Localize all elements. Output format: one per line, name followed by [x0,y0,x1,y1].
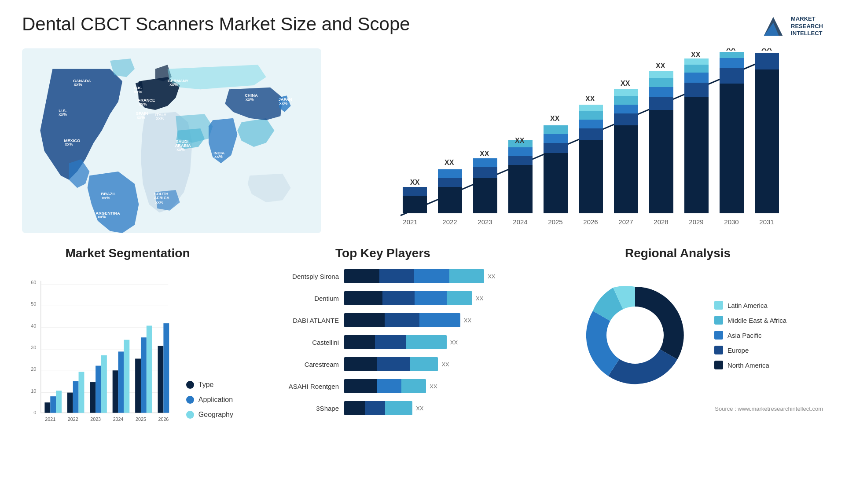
svg-rect-37 [403,196,427,213]
players-list: Dentsply Sirona XX Dentium [251,269,515,415]
svg-text:XX: XX [726,48,736,52]
header: Dental CBCT Scanners Market Size and Sco… [22,13,823,40]
svg-rect-56 [579,111,603,120]
svg-rect-77 [755,69,779,213]
svg-rect-53 [579,140,603,213]
legend-north-america: North America [714,361,786,369]
svg-rect-73 [720,84,744,213]
svg-rect-125 [113,370,118,413]
regional-chart: Latin America Middle East & Africa Asia … [533,269,823,401]
logo-icon [760,13,786,40]
svg-rect-74 [720,68,744,84]
svg-text:40: 40 [31,323,36,329]
svg-text:2025: 2025 [136,416,146,422]
svg-rect-118 [56,391,62,413]
svg-rect-69 [684,83,709,97]
svg-rect-39 [438,187,462,213]
svg-rect-127 [124,340,129,413]
svg-rect-44 [473,158,497,167]
svg-text:20: 20 [31,366,36,372]
svg-text:XX: XX [585,95,595,102]
growth-bar-chart: XX XX XX XX XX XX XX XX XX XX XX 2021 20… [339,48,823,233]
svg-rect-126 [118,351,124,413]
svg-text:xx%: xx% [279,101,288,106]
svg-rect-78 [755,53,779,69]
player-row-castellini: Castellini XX [251,335,515,349]
legend-color-europe [714,346,723,354]
svg-rect-130 [147,325,152,413]
legend-label-north-america: North America [727,362,769,369]
svg-rect-76 [720,52,744,58]
player-name: 3Shape [251,405,339,412]
legend-color-middle-east [714,316,723,325]
svg-text:xx%: xx% [59,112,67,117]
svg-rect-43 [473,167,497,178]
page-title: Dental CBCT Scanners Market Size and Sco… [22,13,410,35]
svg-text:0: 0 [33,410,36,415]
player-val: XX [464,317,471,324]
svg-rect-70 [684,73,709,83]
svg-text:10: 10 [31,388,36,393]
svg-rect-123 [96,365,101,413]
player-name: DABI ATLANTE [251,317,339,324]
svg-rect-62 [614,89,638,96]
svg-point-139 [606,307,664,364]
svg-rect-71 [684,65,709,73]
donut-chart [569,269,701,401]
svg-text:2025: 2025 [548,218,562,226]
svg-rect-46 [508,156,533,165]
svg-text:XX: XX [621,80,630,87]
logo: MARKET RESEARCH INTELLECT [760,13,823,40]
svg-rect-55 [579,120,603,128]
legend-application: Application [186,396,233,404]
legend-type: Type [186,381,233,389]
player-val: XX [450,339,458,346]
svg-text:XX: XX [445,159,454,166]
svg-text:xx%: xx% [98,215,106,219]
svg-text:xx%: xx% [65,142,73,146]
player-name: Castellini [251,339,339,346]
svg-rect-50 [544,143,568,153]
svg-rect-72 [684,58,709,65]
player-val: XX [441,361,449,368]
donut-chart-wrapper [569,269,701,401]
svg-rect-51 [544,134,568,143]
svg-rect-38 [403,187,427,196]
legend-color-latin-america [714,301,723,310]
svg-text:XX: XX [515,137,525,144]
legend-label-asia-pacific: Asia Pacific [727,332,762,339]
svg-rect-122 [90,382,96,413]
svg-text:xx%: xx% [246,97,254,102]
logo-text: MARKET RESEARCH INTELLECT [791,15,823,38]
svg-text:30: 30 [31,345,36,350]
page: Dental CBCT Scanners Market Size and Sco… [0,0,845,504]
legend-asia-pacific: Asia Pacific [714,331,786,340]
svg-rect-121 [79,372,84,413]
svg-rect-60 [614,105,638,113]
player-bar [344,291,472,305]
svg-rect-47 [508,147,533,156]
bar-chart-container: XX XX XX XX XX XX XX XX XX XX XX 2021 20… [339,48,823,233]
svg-text:2026: 2026 [583,218,598,226]
svg-text:xx%: xx% [74,82,82,87]
player-name: ASAHI Roentgen [251,383,339,390]
player-row-asahi: ASAHI Roentgen XX [251,379,515,393]
svg-rect-131 [158,346,164,413]
svg-rect-57 [579,105,603,111]
regional-section: Regional Analysis [533,246,823,475]
svg-text:2021: 2021 [45,416,55,422]
player-bar-wrapper: XX [344,357,515,371]
svg-text:2022: 2022 [442,218,457,226]
legend-geography: Geography [186,411,233,419]
svg-text:xx%: xx% [155,200,164,205]
regional-title: Regional Analysis [533,246,823,260]
svg-text:XX: XX [410,179,420,186]
svg-rect-75 [720,58,744,68]
player-name: Carestream [251,361,339,368]
svg-text:xx%: xx% [176,147,185,152]
svg-rect-120 [73,381,79,413]
svg-rect-42 [473,178,497,213]
svg-text:2030: 2030 [724,218,738,226]
source-text: Source : www.marketresearchintellect.com [533,405,823,412]
player-row-dabi: DABI ATLANTE XX [251,313,515,327]
